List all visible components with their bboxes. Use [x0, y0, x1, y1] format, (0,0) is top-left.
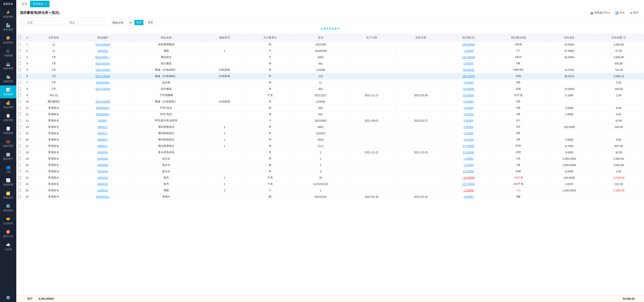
row-amount: 1.00 — [593, 92, 644, 99]
newbie-icon: 🎯 — [6, 230, 10, 234]
tab-inventory-batch[interactable]: 库存批次 ✕ — [30, 1, 50, 7]
sidebar-item-newbie[interactable]: 🎯 新手引导 — [0, 227, 16, 240]
row-checkbox[interactable] — [16, 42, 23, 48]
row-num: 1 — [23, 42, 31, 48]
th-num: # — [23, 34, 31, 42]
sidebar-item-system[interactable]: ⚙️ 系统管理 — [0, 202, 16, 215]
row-batch: 123 — [294, 73, 347, 80]
th-code: 商品编码 — [76, 34, 129, 42]
row-warehouse: 晋省拓仓 — [31, 156, 76, 162]
row-cost — [545, 130, 593, 137]
row-warehouse: 晋省拓仓 — [31, 194, 76, 200]
warehouse-input[interactable] — [26, 20, 63, 25]
print-btn[interactable]: 🖨️ 按模板打印 ▾ — [588, 10, 612, 16]
sidebar-item-retail[interactable]: 🏪 零售管理 — [0, 21, 16, 34]
row-checkbox[interactable] — [16, 118, 23, 124]
row-amount: 8.00 — [593, 105, 644, 111]
sidebar-item-wholesale[interactable]: 📦 批发管理 — [0, 34, 16, 47]
row-amount — [593, 130, 644, 137]
tab-close-btn[interactable]: ✕ — [45, 3, 47, 5]
sidebar-item-hr[interactable]: 👥 工资 — [0, 163, 16, 176]
row-checkbox[interactable] — [16, 80, 23, 86]
sidebar-settings-btn[interactable]: ⚙️ — [0, 293, 16, 302]
row-checkbox[interactable] — [16, 105, 23, 111]
tab-home[interactable]: 首页 — [19, 1, 30, 7]
row-cost: 10.0000 — [545, 86, 593, 92]
row-exp-date — [396, 162, 446, 168]
row-unit: 米 — [246, 42, 294, 48]
filter-expand-more[interactable]: ▾ 展开更多条件 — [20, 26, 640, 32]
row-prod-date — [347, 130, 396, 137]
sidebar-logo[interactable]: 搜索菜单 — [0, 0, 16, 8]
row-qty-main: 87.00000 — [446, 143, 492, 149]
row-name: 批次遴选 — [129, 61, 203, 67]
row-checkbox[interactable] — [16, 124, 23, 130]
sidebar-item-summary[interactable]: 📋 总账管理 — [0, 111, 16, 124]
sidebar-item-ops[interactable]: 📈 经营管理 — [0, 176, 16, 189]
select-all-checkbox[interactable] — [18, 36, 21, 39]
row-exp-date: 2022-02-25 — [396, 194, 446, 200]
row-cost: 2.0000 — [545, 105, 593, 111]
row-checkbox[interactable] — [16, 99, 23, 105]
row-checkbox[interactable] — [16, 73, 23, 80]
sidebar-item-ecommerce-mgmt[interactable]: 💻 电商管理 — [0, 60, 16, 73]
row-checkbox[interactable] — [16, 67, 23, 73]
row-qty-main: 4.00000 — [446, 105, 492, 111]
category-select[interactable]: 商品分类 — [110, 20, 132, 25]
sidebar-item-ecommerce-small[interactable]: 🛒 小秘电商 — [0, 47, 16, 60]
sidebar-item-inventory[interactable]: 📊 库存核算 — [0, 85, 16, 98]
setting-btn[interactable]: 设置 — [145, 20, 156, 26]
sidebar-item-finance[interactable]: 💰 资金管理 — [0, 98, 16, 111]
sidebar-item-purchase[interactable]: 🛍️ 采购管理 — [0, 73, 16, 85]
sidebar-item-base[interactable]: 🗂️ 基础信息 — [0, 189, 16, 202]
sidebar-item-invoice[interactable]: 🧾 发票管理 — [0, 124, 16, 137]
row-checkbox[interactable] — [16, 54, 23, 61]
row-checkbox[interactable] — [16, 156, 23, 162]
row-checkbox[interactable] — [16, 92, 23, 99]
row-checkbox[interactable] — [16, 48, 23, 54]
row-checkbox[interactable] — [16, 137, 23, 143]
row-warehouse: 2号 — [31, 86, 76, 92]
export-btn[interactable]: ⬆️ 导出 — [614, 10, 626, 16]
row-checkbox[interactable] — [16, 194, 23, 200]
row-checkbox[interactable] — [16, 168, 23, 175]
row-checkbox[interactable] — [16, 143, 23, 149]
row-spec: 1 — [203, 187, 246, 194]
row-checkbox[interactable] — [16, 149, 23, 156]
row-spec: 白色/奶棕 — [203, 73, 246, 80]
product-input[interactable] — [68, 20, 105, 25]
expand-btn[interactable]: ⊞ 展开 — [628, 10, 640, 16]
table-row: 4 1号 0023-00005 批次遴选 米 001 0.00000 0米 44… — [16, 61, 644, 67]
row-name: 批次次 — [129, 156, 203, 162]
row-unit: 米 — [246, 156, 294, 162]
row-checkbox[interactable] — [16, 86, 23, 92]
row-code: 0000017 — [76, 124, 129, 130]
sidebar-item-tax[interactable]: 💼 税务管理 — [0, 137, 16, 150]
row-batch: 1 — [294, 187, 347, 194]
row-checkbox[interactable] — [16, 175, 23, 181]
table-row: 14 晋省拓仓 0000017 测试电笔批次 1 件 0001 2.00000 … — [16, 124, 644, 130]
row-checkbox[interactable] — [16, 111, 23, 118]
row-qty-main: 0.00000 — [446, 61, 492, 67]
sidebar-item-cloud[interactable]: ☁️ 云应用 — [0, 240, 16, 253]
row-qty-pkg: 87件 — [492, 143, 545, 149]
purchase-icon: 🛍️ — [6, 75, 10, 79]
row-prod-date: 2021-09-01 — [347, 118, 396, 124]
row-batch: 20220429 — [294, 48, 347, 54]
row-checkbox[interactable] — [16, 181, 23, 187]
search-btn[interactable]: 查询 — [134, 20, 144, 25]
wholesale-icon: 📦 — [6, 36, 10, 40]
expand-icon: ⊞ — [630, 11, 632, 15]
row-checkbox[interactable] — [16, 61, 23, 67]
sidebar-item-quick-nav[interactable]: ⚡ 快捷导航 — [0, 8, 16, 21]
row-checkbox[interactable] — [16, 187, 23, 194]
row-qty-pkg: 10米 — [492, 86, 545, 92]
row-checkbox[interactable] — [16, 162, 23, 168]
row-checkbox[interactable] — [16, 130, 23, 137]
sidebar-item-assets[interactable]: 🏢 固定资产 — [0, 150, 16, 163]
sidebar-item-collab[interactable]: 🤝 企业协同 — [0, 215, 16, 227]
row-prod-date — [347, 124, 396, 130]
filter-collapse-btn[interactable]: › — [20, 21, 24, 25]
table-container[interactable]: # 仓库名称 商品编码 商品名称 规格型号 主计量单位 批号 生产日期 失效日期… — [16, 34, 644, 295]
row-qty-pkg: 0吨 — [492, 80, 545, 86]
